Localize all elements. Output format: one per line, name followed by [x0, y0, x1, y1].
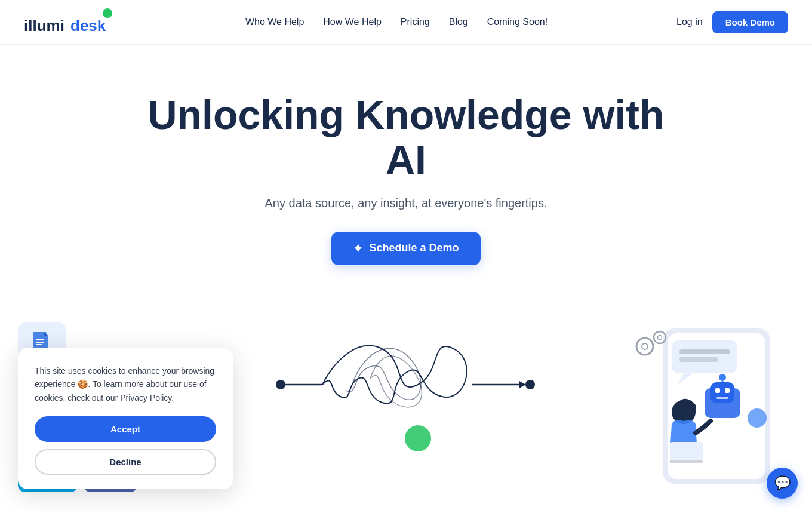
tangle-illustration [251, 301, 561, 468]
svg-rect-45 [670, 460, 703, 463]
svg-point-42 [748, 408, 767, 428]
svg-rect-36 [710, 382, 734, 403]
sparkle-icon: ✦ [353, 241, 363, 256]
svg-rect-37 [715, 388, 720, 393]
navbar: illumi desk Who We Help How We Help Pric… [0, 0, 812, 45]
cookie-banner: This site uses cookies to enhance your b… [18, 348, 233, 489]
book-demo-button[interactable]: Book Demo [712, 11, 788, 33]
demo-button-label: Schedule a Demo [369, 242, 459, 254]
hero-subtext: Any data source, any insight, at everyon… [265, 196, 548, 210]
svg-rect-44 [670, 442, 703, 463]
cookie-message: This site uses cookies to enhance your b… [35, 364, 216, 404]
schedule-demo-button[interactable]: ✦ Schedule a Demo [331, 232, 480, 265]
svg-rect-39 [716, 397, 728, 399]
nav-links: Who We Help How We Help Pricing Blog Com… [245, 17, 548, 27]
chat-icon: 💬 [774, 475, 791, 491]
hero-headline: Unlocking Knowledge with AI [137, 93, 675, 182]
svg-point-28 [642, 343, 648, 349]
svg-point-40 [719, 374, 726, 381]
svg-rect-8 [36, 344, 42, 345]
nav-right: Log in Book Demo [676, 11, 788, 33]
nav-who-we-help[interactable]: Who We Help [245, 17, 304, 27]
nav-how-we-help[interactable]: How We Help [323, 17, 382, 27]
hero-section: Unlocking Knowledge with AI Any data sou… [0, 45, 812, 289]
svg-text:desk: desk [70, 17, 106, 35]
nav-blog[interactable]: Blog [449, 17, 468, 27]
svg-point-24 [525, 380, 535, 389]
accept-button[interactable]: Accept [35, 416, 216, 442]
nav-pricing[interactable]: Pricing [401, 17, 430, 27]
svg-point-21 [405, 425, 431, 451]
cookie-buttons: Accept Decline [35, 416, 216, 475]
svg-point-30 [658, 335, 662, 339]
svg-point-27 [636, 338, 653, 355]
svg-rect-7 [36, 342, 44, 343]
logo-link[interactable]: illumi desk [24, 6, 116, 39]
login-button[interactable]: Log in [676, 17, 703, 27]
decline-button[interactable]: Decline [35, 449, 216, 475]
svg-rect-34 [679, 357, 718, 362]
svg-rect-38 [725, 388, 730, 393]
nav-coming-soon[interactable]: Coming Soon! [487, 17, 548, 27]
logo-svg: illumi desk [24, 6, 116, 39]
svg-point-19 [276, 380, 285, 389]
svg-rect-33 [679, 349, 730, 354]
svg-text:illumi: illumi [24, 17, 64, 35]
svg-rect-6 [36, 339, 44, 340]
svg-marker-23 [519, 381, 525, 388]
robot-illustration [627, 322, 794, 492]
svg-rect-31 [672, 340, 737, 373]
